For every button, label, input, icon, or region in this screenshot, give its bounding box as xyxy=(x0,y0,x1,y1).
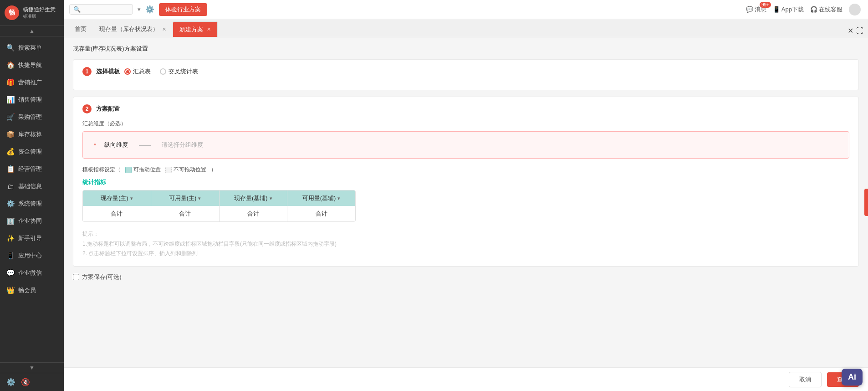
legend-draggable-label: 可拖动位置 xyxy=(133,166,161,174)
sidebar-scroll-up[interactable]: ▲ xyxy=(29,28,35,34)
app-badge: 标准版 xyxy=(23,13,56,20)
col-1-chevron[interactable]: ▾ xyxy=(198,196,201,201)
tab-new-scheme-label: 新建方案 xyxy=(179,26,203,34)
tab-expand-icon[interactable]: ⛶ xyxy=(856,27,863,35)
tab-inventory-close[interactable]: ✕ xyxy=(162,26,166,32)
metrics-table: 现存量(主) ▾ 可用量(主) ▾ 现存量(基辅) ▾ 可用量(基辅) xyxy=(82,190,356,222)
sidebar-item-corp[interactable]: 🏢 企业协同 xyxy=(0,212,64,230)
dim-section-label: 汇总维度（必选） xyxy=(82,120,849,128)
sidebar-item-purchase[interactable]: 🛒 采购管理 xyxy=(0,108,64,126)
sidebar-item-label: 经营管理 xyxy=(18,165,42,173)
user-avatar xyxy=(849,4,861,15)
tab-home-label: 首页 xyxy=(75,25,87,33)
industry-plan-button[interactable]: 体验行业方案 xyxy=(159,3,207,16)
sidebar-item-label: 营销推广 xyxy=(18,78,42,87)
metrics-config-close-paren: ） xyxy=(211,166,216,174)
hints-box: 提示： 1.拖动标题栏可以调整布局，不可跨维度或指标区域拖动栏目字段(只能在同一… xyxy=(82,229,849,259)
sidebar-item-wechat[interactable]: 💬 企业微信 xyxy=(0,264,64,282)
online-service-btn[interactable]: 🎧 在线客服 xyxy=(810,5,842,14)
sidebar-item-label: 新手引导 xyxy=(18,234,42,242)
metrics-title: 统计指标 xyxy=(82,178,849,186)
save-checkbox[interactable] xyxy=(73,274,79,280)
sidebar-item-search-menu[interactable]: 🔍 搜索菜单 xyxy=(0,39,64,57)
legend-draggable: 可拖动位置 xyxy=(125,166,161,174)
hint-2: 2. 点击标题栏下拉可设置排序、插入列和删除列 xyxy=(82,249,849,259)
radio-summary-label: 汇总表 xyxy=(133,67,151,76)
step2-title: 方案配置 xyxy=(96,105,120,113)
metrics-col-header-1[interactable]: 可用量(主) ▾ xyxy=(151,190,220,206)
sidebar-item-label: 资金管理 xyxy=(18,148,42,156)
sidebar-scroll-down[interactable]: ▼ xyxy=(29,365,35,371)
tab-new-scheme-close[interactable]: ✕ xyxy=(207,26,211,32)
metrics-cell-0-1: 合计 xyxy=(151,206,220,221)
wechat-icon: 💬 xyxy=(6,269,15,277)
col-0-chevron[interactable]: ▾ xyxy=(130,196,133,201)
metrics-table-header: 现存量(主) ▾ 可用量(主) ▾ 现存量(基辅) ▾ 可用量(基辅) xyxy=(83,190,355,206)
clipboard-icon: 📋 xyxy=(6,165,15,173)
sidebar-item-app-center[interactable]: 📱 应用中心 xyxy=(0,247,64,264)
dropdown-arrow[interactable]: ▾ xyxy=(138,6,141,13)
sidebar-item-label: 采购管理 xyxy=(18,113,42,121)
sidebar-item-quick-nav[interactable]: 🏠 快捷导航 xyxy=(0,57,64,74)
user-profile-btn[interactable] xyxy=(849,4,863,15)
tab-home[interactable]: 首页 xyxy=(68,21,93,37)
app-download-btn[interactable]: 📱 App下载 xyxy=(773,5,804,14)
metrics-col-header-3[interactable]: 可用量(基辅) ▾ xyxy=(287,190,355,206)
sidebar-item-operation[interactable]: 📋 经营管理 xyxy=(0,160,64,178)
tab-inventory-status[interactable]: 现存量（库存状况表） ✕ xyxy=(93,21,173,37)
ai-badge-btn[interactable]: Ai xyxy=(842,369,863,386)
sidebar-item-guide[interactable]: ✨ 新手引导 xyxy=(0,230,64,247)
gear-topbar-icon[interactable]: ⚙️ xyxy=(145,5,154,14)
step1-header: 1 选择模板 汇总表 交叉统计表 xyxy=(82,67,849,76)
right-panel-toggle[interactable] xyxy=(864,189,868,216)
col-header-2-label: 现存量(基辅) xyxy=(234,194,268,202)
folder-icon: 🗂 xyxy=(6,182,15,190)
phone-download-icon: 📱 xyxy=(773,6,780,13)
sidebar-item-label: 企业微信 xyxy=(18,269,42,277)
radio-summary-circle xyxy=(124,68,131,75)
radio-cross[interactable]: 交叉统计表 xyxy=(160,67,198,76)
cell-0-2-label: 合计 xyxy=(247,210,259,218)
step2-header: 2 方案配置 xyxy=(82,104,849,113)
cancel-button[interactable]: 取消 xyxy=(789,372,822,387)
tab-close-all-icon[interactable]: ✕ xyxy=(848,26,853,35)
money-icon: 💰 xyxy=(6,148,15,156)
metrics-label-row: 模板指标设定（ 可拖动位置 不可拖动位置 ） xyxy=(82,166,849,174)
search-input[interactable] xyxy=(83,6,129,13)
sidebar-item-system[interactable]: ⚙️ 系统管理 xyxy=(0,195,64,212)
metrics-col-header-2[interactable]: 现存量(基辅) ▾ xyxy=(220,190,288,206)
sidebar-item-label: 畅会员 xyxy=(18,286,36,294)
save-label: 方案保存(可选) xyxy=(82,273,122,281)
sidebar-item-label: 库存核算 xyxy=(18,130,42,139)
app-logo-icon: 畅 xyxy=(5,5,19,20)
settings-footer-icon[interactable]: ⚙️ xyxy=(6,378,15,386)
sidebar-item-member[interactable]: 👑 畅会员 xyxy=(0,282,64,299)
metrics-cell-0-3: 合计 xyxy=(287,206,355,221)
cell-0-1-label: 合计 xyxy=(179,210,191,218)
col-header-0-label: 现存量(主) xyxy=(101,194,128,202)
sidebar-item-inventory[interactable]: 📦 库存核算 xyxy=(0,126,64,143)
message-icon-btn[interactable]: 💬 消息 99+ xyxy=(746,5,766,14)
sidebar-item-basic-info[interactable]: 🗂 基础信息 xyxy=(0,178,64,195)
ai-badge-label: Ai xyxy=(848,372,856,381)
col-3-chevron[interactable]: ▾ xyxy=(337,196,340,201)
metrics-col-header-0[interactable]: 现存量(主) ▾ xyxy=(83,190,151,206)
audio-footer-icon[interactable]: 🔇 xyxy=(21,378,30,386)
radio-cross-circle xyxy=(160,68,166,75)
radio-summary[interactable]: 汇总表 xyxy=(124,67,151,76)
dim-box[interactable]: * 纵向维度 —— 请选择分组维度 xyxy=(82,131,849,159)
crown-icon: 👑 xyxy=(6,286,15,294)
sidebar-item-sales[interactable]: 📊 销售管理 xyxy=(0,91,64,108)
sidebar-item-finance[interactable]: 💰 资金管理 xyxy=(0,143,64,160)
tab-new-scheme[interactable]: 新建方案 ✕ xyxy=(173,21,218,37)
step2-section: 2 方案配置 汇总维度（必选） * 纵向维度 —— 请选择分组维度 模板指标设定… xyxy=(73,97,859,267)
radio-cross-label: 交叉统计表 xyxy=(168,67,198,76)
step1-section: 1 选择模板 汇总表 交叉统计表 xyxy=(73,59,859,90)
search-icon: 🔍 xyxy=(6,44,15,52)
message-badge: 99+ xyxy=(760,2,771,8)
col-2-chevron[interactable]: ▾ xyxy=(270,196,272,201)
search-box[interactable]: 🔍 xyxy=(69,4,133,15)
metrics-cell-0-0: 合计 xyxy=(83,206,151,221)
search-icon-topbar: 🔍 xyxy=(73,6,81,13)
sidebar-item-marketing[interactable]: 🎁 营销推广 xyxy=(0,74,64,91)
